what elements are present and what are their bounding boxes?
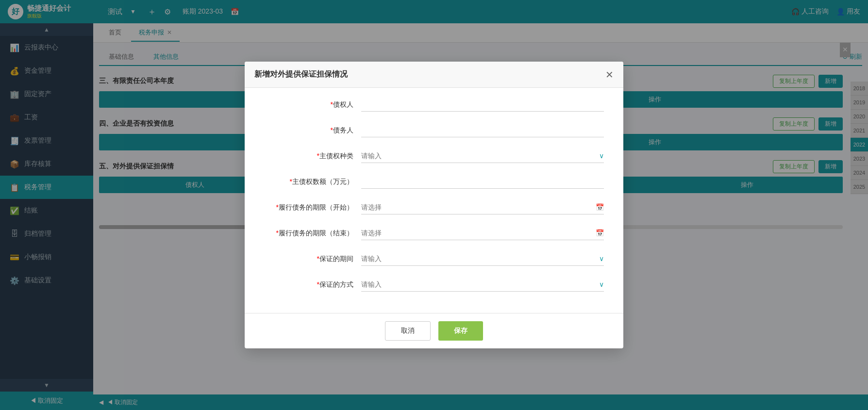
label-creditor: *债权人 (264, 100, 361, 109)
claim-type-chevron-icon[interactable]: ∨ (599, 152, 604, 160)
form-row-claim-type: *主债权种类 ∨ (264, 149, 604, 163)
input-period-end[interactable] (361, 229, 596, 237)
modal-overlay: 新增对外提供保证担保情况 ✕ *债权人 *债务人 *主债权种类 ∨ (0, 0, 868, 410)
modal-dialog: 新增对外提供保证担保情况 ✕ *债权人 *债务人 *主债权种类 ∨ (245, 62, 623, 348)
form-row-creditor: *债权人 (264, 98, 604, 112)
modal-title: 新增对外提供保证担保情况 (254, 69, 348, 80)
date-period-start[interactable]: 📅 (361, 200, 604, 214)
input-period-start[interactable] (361, 203, 596, 211)
modal-header: 新增对外提供保证担保情况 ✕ (245, 62, 623, 88)
period-end-calendar-icon[interactable]: 📅 (596, 229, 604, 237)
form-row-period-end: *履行债务的期限（结束） 📅 (264, 226, 604, 240)
form-row-claim-amount: *主债权数额（万元） (264, 175, 604, 189)
label-claim-amount: *主债权数额（万元） (264, 178, 361, 186)
cancel-button[interactable]: 取消 (385, 321, 431, 341)
input-creditor[interactable] (361, 98, 604, 112)
period-start-calendar-icon[interactable]: 📅 (596, 203, 604, 211)
input-debtor[interactable] (361, 123, 604, 137)
select-guarantee-period[interactable]: ∨ (361, 252, 604, 266)
guarantee-period-chevron-icon[interactable]: ∨ (599, 255, 604, 262)
guarantee-method-chevron-icon[interactable]: ∨ (599, 280, 604, 288)
label-guarantee-method: *保证的方式 (264, 280, 361, 289)
select-claim-type[interactable]: ∨ (361, 149, 604, 163)
modal-footer: 取消 保存 (245, 313, 623, 348)
date-period-end[interactable]: 📅 (361, 226, 604, 240)
label-debtor: *债务人 (264, 126, 361, 135)
label-claim-type: *主债权种类 (264, 152, 361, 161)
input-guarantee-method[interactable] (361, 280, 599, 288)
input-claim-amount[interactable] (361, 175, 604, 189)
save-button[interactable]: 保存 (438, 321, 483, 341)
label-period-start: *履行债务的期限（开始） (264, 203, 361, 212)
form-row-period-start: *履行债务的期限（开始） 📅 (264, 200, 604, 214)
modal-close-button[interactable]: ✕ (605, 70, 614, 80)
form-row-debtor: *债务人 (264, 123, 604, 137)
input-guarantee-period[interactable] (361, 255, 599, 262)
form-row-guarantee-method: *保证的方式 ∨ (264, 278, 604, 292)
label-guarantee-period: *保证的期间 (264, 255, 361, 263)
label-period-end: *履行债务的期限（结束） (264, 229, 361, 238)
modal-body: *债权人 *债务人 *主债权种类 ∨ *主债权数额（万元） (245, 88, 623, 313)
select-guarantee-method[interactable]: ∨ (361, 278, 604, 292)
form-row-guarantee-period: *保证的期间 ∨ (264, 252, 604, 266)
input-claim-type[interactable] (361, 152, 599, 160)
